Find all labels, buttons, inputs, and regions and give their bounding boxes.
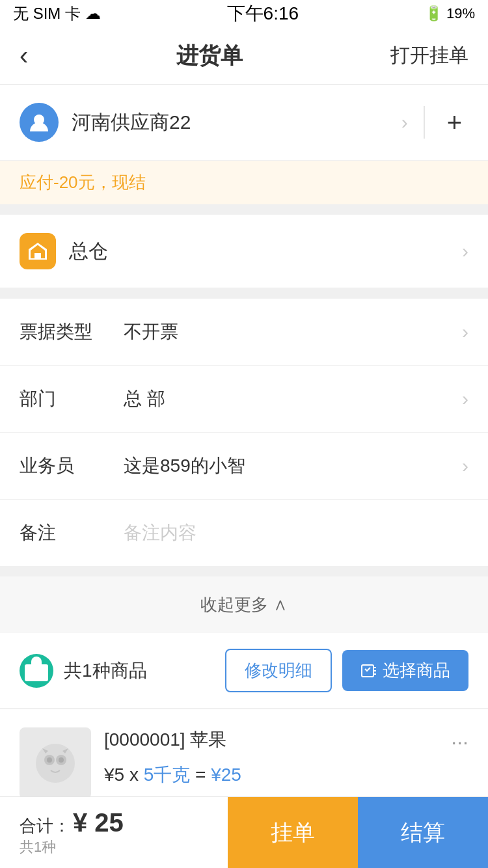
status-bar: 无 SIM 卡 ☁ 下午6:16 🔋 19%: [0, 0, 488, 27]
svg-point-8: [59, 757, 64, 763]
product-header-icon: [20, 654, 53, 688]
department-value: 总 部: [124, 387, 462, 411]
remarks-label: 备注: [20, 521, 124, 545]
product-header: 共1种商品 修改明细 选择商品: [0, 633, 488, 708]
page-title: 进货单: [176, 41, 243, 71]
status-bar-left: 无 SIM 卡 ☁: [13, 3, 101, 24]
remarks-row[interactable]: 备注 备注内容: [0, 499, 488, 566]
warehouse-name: 总仓: [69, 238, 462, 265]
product-info: [0000001] 苹果 ¥5 x 5千克 = ¥25: [104, 727, 438, 787]
equals: =: [195, 765, 211, 785]
supplier-section: 河南供应商22 › + 应付-20元，现结: [0, 85, 488, 204]
product-thumbnail: [20, 727, 91, 799]
svg-rect-2: [25, 664, 48, 681]
salesperson-label: 业务员: [20, 454, 124, 478]
notice-banner: 应付-20元，现结: [0, 161, 488, 204]
remarks-input[interactable]: 备注内容: [124, 521, 468, 545]
product-title: 苹果: [190, 729, 226, 750]
select-product-label: 选择商品: [383, 659, 450, 682]
supplier-name: 河南供应商22: [72, 109, 401, 136]
department-label: 部门: [20, 387, 124, 411]
sim-status: 无 SIM 卡 ☁: [13, 3, 101, 24]
invoice-type-row[interactable]: 票据类型 不开票 ›: [0, 298, 488, 365]
status-bar-time: 下午6:16: [227, 1, 299, 26]
warehouse-section: 总仓 ›: [0, 215, 488, 288]
supplier-row[interactable]: 河南供应商22 › +: [0, 85, 488, 161]
department-row[interactable]: 部门 总 部 ›: [0, 365, 488, 432]
notice-text: 应付-20元，现结: [20, 172, 146, 192]
total-amount: ¥ 25: [73, 808, 124, 837]
total-label: 合计：: [20, 815, 70, 837]
status-bar-right: 🔋 19%: [425, 5, 475, 22]
back-button[interactable]: ‹: [20, 41, 28, 70]
department-chevron-icon: ›: [462, 388, 468, 410]
battery-icon: 🔋: [425, 5, 442, 22]
battery-percent: 19%: [446, 5, 475, 22]
product-count: 共1种商品: [64, 658, 215, 683]
warehouse-chevron-icon: ›: [462, 240, 468, 262]
supplier-avatar: [20, 103, 59, 142]
invoice-type-label: 票据类型: [20, 319, 124, 344]
quantity: 5千克: [144, 765, 191, 785]
supplier-divider: [424, 106, 425, 139]
salesperson-value: 这是859的小智: [124, 454, 462, 478]
collapse-label: 收起更多 ∧: [200, 593, 287, 616]
salesperson-chevron-icon: ›: [462, 455, 468, 477]
product-price: ¥5 x 5千克 = ¥25: [104, 763, 438, 787]
hang-button[interactable]: 挂单: [228, 797, 358, 868]
bottom-bar: 合计： ¥ 25 共1种 挂单 结算: [0, 796, 488, 868]
invoice-type-chevron-icon: ›: [462, 321, 468, 343]
salesperson-row[interactable]: 业务员 这是859的小智 ›: [0, 432, 488, 499]
edit-detail-button[interactable]: 修改明细: [225, 649, 332, 692]
svg-point-4: [36, 744, 75, 783]
total-sub: 共1种: [20, 837, 208, 857]
product-name: [0000001] 苹果: [104, 727, 438, 752]
product-code: [0000001]: [104, 729, 190, 750]
checkout-button[interactable]: 结算: [358, 797, 488, 868]
svg-point-7: [47, 757, 52, 763]
invoice-type-value: 不开票: [124, 319, 462, 344]
warehouse-icon: [20, 233, 56, 269]
warehouse-row[interactable]: 总仓 ›: [0, 215, 488, 288]
collapse-button[interactable]: 收起更多 ∧: [0, 576, 488, 633]
total-price: ¥25: [211, 765, 241, 785]
total-section: 合计： ¥ 25 共1种: [0, 797, 228, 868]
form-section: 票据类型 不开票 › 部门 总 部 › 业务员 这是859的小智 › 备注 备注…: [0, 298, 488, 566]
svg-rect-1: [34, 253, 41, 260]
nav-bar: ‹ 进货单 打开挂单: [0, 27, 488, 85]
add-supplier-button[interactable]: +: [441, 108, 468, 137]
more-button[interactable]: ···: [451, 727, 468, 754]
unit-price: ¥5 x: [104, 765, 144, 785]
select-product-button[interactable]: 选择商品: [342, 650, 468, 691]
supplier-chevron-icon: ›: [401, 111, 408, 133]
open-hang-button[interactable]: 打开挂单: [390, 42, 468, 69]
